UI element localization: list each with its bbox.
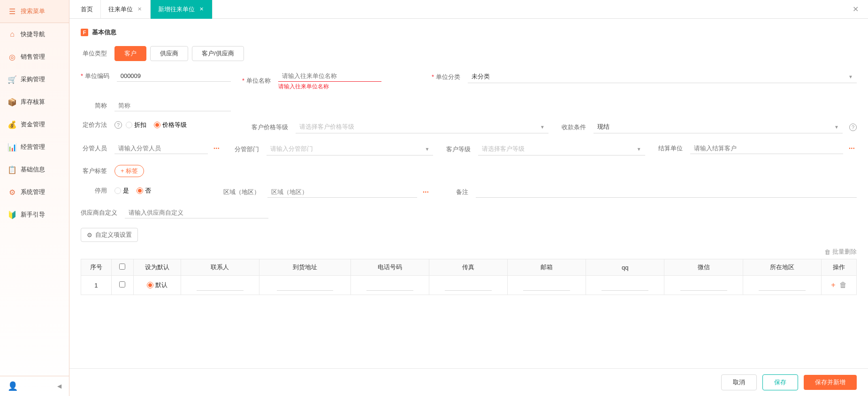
sidebar-item-sales[interactable]: ◎ 销售管理 — [0, 46, 69, 68]
category-arrow-icon: ▼ — [848, 74, 853, 79]
payment-select[interactable]: 现结 ▼ — [594, 121, 843, 133]
supplier-custom-input[interactable] — [125, 207, 268, 218]
type-btn-both[interactable]: 客户/供应商 — [192, 46, 244, 61]
dept-label: 分管部门 — [233, 145, 263, 154]
form-row-shortname: 简称 — [81, 100, 857, 111]
col-email: 邮箱 — [508, 259, 586, 276]
tab-partners-close[interactable]: ✕ — [137, 5, 143, 13]
row-wechat-input[interactable] — [680, 280, 727, 291]
row-add-btn[interactable]: + — [831, 281, 835, 289]
row-email-input[interactable] — [523, 280, 570, 291]
form-field-tags: 客户标签 + 标签 — [81, 165, 857, 177]
row-qq-input[interactable] — [602, 280, 648, 291]
sidebar-user-icon: 👤 — [8, 381, 18, 391]
tab-partners[interactable]: 往来单位 ✕ — [101, 0, 151, 19]
sidebar-item-operations[interactable]: 📊 经营管理 — [0, 136, 69, 158]
disabled-radio-no[interactable]: 否 — [137, 186, 151, 195]
tabbar-close-button[interactable]: ✕ — [847, 5, 864, 14]
row-default-radio-inner — [148, 283, 152, 287]
form-field-pricing: 定价方法 ? 折扣 价格等级 — [81, 121, 240, 129]
form-field-remark: 备注 — [442, 186, 857, 198]
dept-select[interactable]: 请输入分管部门 ▼ — [266, 143, 433, 155]
price-level-select[interactable]: 请选择客户价格等级 ▼ — [296, 121, 548, 133]
settlement-label: 结算单位 — [656, 144, 686, 153]
row-default-label: 默认 — [155, 281, 168, 289]
row-select-checkbox[interactable] — [119, 281, 125, 287]
sidebar-item-basic[interactable]: 📋 基础信息 — [0, 158, 69, 181]
select-all-checkbox[interactable] — [119, 264, 125, 270]
form-field-shortname: 简称 — [81, 100, 231, 111]
disabled-radio-outer-yes — [114, 187, 121, 194]
row-location-input[interactable] — [759, 280, 806, 291]
sidebar-item-label: 系统管理 — [21, 188, 45, 196]
contact-table-section: 🗑 批量删除 序号 设为默认 联系人 到货地址 电话号码 传真 — [81, 248, 857, 295]
category-select[interactable]: 未分类 ▼ — [468, 70, 857, 83]
code-input[interactable] — [117, 70, 231, 82]
customer-level-select[interactable]: 请选择客户等级 ▼ — [478, 143, 645, 155]
region-label: 区域（地区） — [223, 188, 264, 196]
form-row-manager: 分管人员 ··· 分管部门 请输入分管部门 ▼ 客户等级 请选择客户等级 ▼ — [81, 143, 857, 155]
sidebar-item-inventory[interactable]: 📦 库存核算 — [0, 91, 69, 113]
sidebar-item-label: 经营管理 — [21, 143, 45, 151]
disabled-radio-inner-no — [138, 189, 142, 193]
tab-new-partner[interactable]: 新增往来单位 ✕ — [151, 0, 213, 19]
payment-help-icon[interactable]: ? — [849, 124, 857, 131]
sidebar-item-label: 资金管理 — [21, 120, 45, 129]
type-btn-customer[interactable]: 客户 — [114, 46, 146, 61]
row-index: 1 — [81, 276, 112, 295]
name-label: 单位名称 — [242, 77, 274, 85]
tag-add-btn[interactable]: + 标签 — [114, 165, 144, 177]
home-icon: ⌂ — [8, 30, 17, 39]
sidebar-search[interactable]: ☰ 搜索菜单 — [0, 0, 69, 23]
row-fax-input[interactable] — [445, 280, 492, 291]
sidebar-expand-icon[interactable]: ◀ — [57, 383, 61, 389]
pricing-price-level-label: 价格等级 — [162, 121, 187, 129]
sidebar-item-finance[interactable]: 💰 资金管理 — [0, 113, 69, 136]
custom-settings-button[interactable]: ⚙ 自定义项设置 — [81, 228, 138, 242]
form-field-type: 单位类型 客户 供应商 客户/供应商 — [81, 46, 362, 61]
region-input[interactable] — [267, 186, 417, 198]
table-header-row: 序号 设为默认 联系人 到货地址 电话号码 传真 邮箱 qq 微信 所在地区 操… — [81, 259, 857, 276]
settlement-more-btn[interactable]: ··· — [847, 144, 857, 153]
manager-more-btn[interactable]: ··· — [212, 144, 221, 153]
settlement-input[interactable] — [690, 143, 843, 154]
row-delete-btn[interactable]: 🗑 — [839, 281, 847, 289]
contact-table: 序号 设为默认 联系人 到货地址 电话号码 传真 邮箱 qq 微信 所在地区 操… — [81, 259, 857, 295]
manager-input[interactable] — [114, 143, 208, 154]
row-contact-input[interactable] — [197, 280, 244, 291]
pricing-help-icon[interactable]: ? — [114, 121, 122, 129]
short-name-input[interactable] — [114, 100, 231, 111]
save-new-button[interactable]: 保存并新增 — [804, 375, 857, 390]
sidebar-item-purchase[interactable]: 🛒 采购管理 — [0, 68, 69, 91]
pricing-radio-discount[interactable]: 折扣 — [126, 121, 146, 129]
sidebar-item-guide[interactable]: 🔰 新手引导 — [0, 203, 69, 226]
row-email — [508, 276, 586, 295]
cancel-button[interactable]: 取消 — [721, 374, 757, 390]
row-phone-input[interactable] — [366, 280, 413, 291]
col-contact: 联系人 — [181, 259, 259, 276]
tab-home[interactable]: 首页 — [73, 0, 101, 19]
row-wechat — [664, 276, 743, 295]
row-actions-cell: + 🗑 — [821, 276, 856, 295]
sidebar-item-quick-nav[interactable]: ⌂ 快捷导航 — [0, 23, 69, 46]
sidebar-item-system[interactable]: ⚙ 系统管理 — [0, 181, 69, 203]
name-input[interactable] — [278, 70, 381, 82]
row-address-input[interactable] — [277, 280, 333, 291]
save-button[interactable]: 保存 — [762, 374, 798, 390]
payment-arrow-icon: ▼ — [834, 124, 839, 130]
dept-placeholder: 请输入分管部门 — [270, 145, 423, 153]
type-btn-supplier[interactable]: 供应商 — [150, 46, 188, 61]
remark-input[interactable] — [476, 186, 857, 198]
tab-new-partner-close[interactable]: ✕ — [198, 5, 205, 13]
disabled-radio-yes[interactable]: 是 — [114, 186, 129, 195]
tabbar: 首页 往来单位 ✕ 新增往来单位 ✕ ✕ — [69, 0, 868, 19]
batch-delete-btn[interactable]: 🗑 批量删除 — [824, 248, 857, 256]
disabled-yes-label: 是 — [123, 186, 129, 195]
dept-arrow-icon: ▼ — [425, 147, 429, 152]
disabled-no-label: 否 — [145, 186, 151, 195]
region-more-btn[interactable]: ··· — [421, 188, 431, 196]
row-default-radio[interactable]: 默认 — [138, 281, 176, 289]
pricing-radio-outer-price-level — [154, 122, 160, 128]
pricing-radio-price-level[interactable]: 价格等级 — [154, 121, 187, 129]
form-field-region: 区域（地区） ··· — [223, 186, 431, 198]
